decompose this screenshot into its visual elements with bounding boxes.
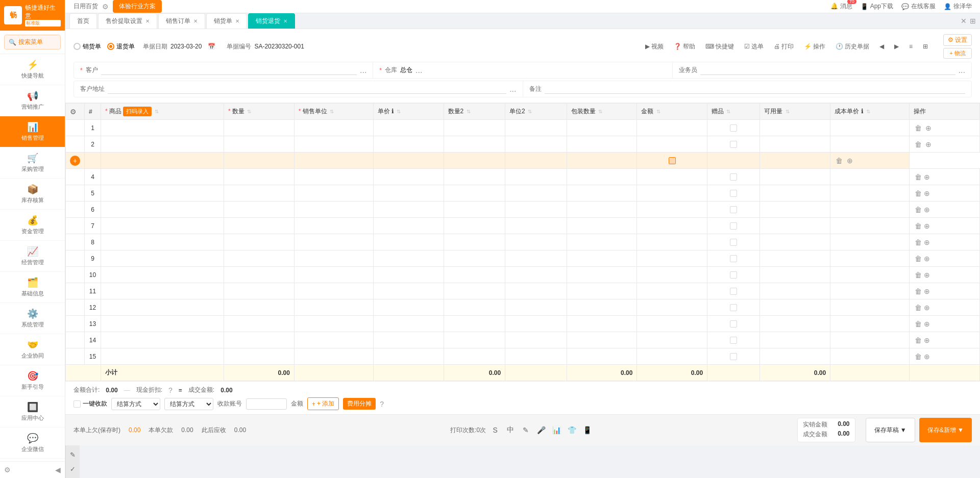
sidebar-settings-button[interactable]: ⚙ (4, 466, 11, 474)
gift-checkbox[interactable] (730, 239, 737, 246)
cost-price-cell[interactable] (830, 136, 910, 153)
split-cost-button[interactable]: 费用分摊 (343, 398, 376, 410)
gift-checkbox[interactable] (730, 222, 737, 230)
header-settings-button[interactable]: ⚙ (102, 3, 109, 11)
tab-price-settings[interactable]: 售价提取设置 ✕ (98, 13, 157, 29)
scan-input-button[interactable]: 扫码录入 (123, 107, 152, 116)
user-menu[interactable]: 👤 徐泽华 (944, 2, 972, 11)
one-click-payment-checkbox[interactable]: 一键收款 (74, 399, 107, 408)
qty-cell[interactable] (101, 153, 224, 169)
copy-row-button[interactable]: ⊕ (846, 156, 854, 166)
table-settings-icon[interactable]: ⚙ (70, 108, 77, 116)
gift-checkbox[interactable] (730, 255, 737, 262)
unit-price-cell[interactable] (373, 136, 444, 153)
pack-qty-sort-icon[interactable]: ⇅ (598, 109, 602, 114)
sidebar-item-finance[interactable]: 💰 资金管理 (0, 210, 65, 241)
account-no-input[interactable] (246, 398, 287, 410)
copy-row-button[interactable]: ⊕ (923, 303, 931, 313)
sidebar-item-base[interactable]: 🗂️ 基础信息 (0, 272, 65, 303)
gift-checkbox[interactable] (669, 157, 676, 164)
address-input[interactable] (108, 84, 506, 94)
online-service-button[interactable]: 💬 在线客服 (901, 2, 936, 11)
cash-discount-help-button[interactable]: ? (168, 386, 173, 394)
available-cell[interactable] (760, 136, 830, 153)
tab-sales-order[interactable]: 销售订单 ✕ (158, 13, 205, 29)
bottom-tool-6[interactable]: 👕 (566, 424, 578, 436)
available-cell[interactable] (760, 120, 830, 136)
save-new-button[interactable]: 保存&新增 ▼ (919, 418, 972, 442)
amount-cell[interactable] (567, 153, 637, 169)
gift-checkbox[interactable] (730, 337, 737, 344)
mini-edit-icon[interactable]: ✎ (68, 449, 78, 460)
save-new-dropdown-icon[interactable]: ▼ (958, 426, 964, 434)
product-cell[interactable] (101, 136, 224, 153)
delete-row-button[interactable]: 🗑 (914, 205, 923, 215)
close-all-tabs-button[interactable]: ✕ (961, 17, 967, 25)
gift-checkbox[interactable] (730, 206, 737, 213)
qty2-cell[interactable] (444, 120, 505, 136)
sidebar-item-quick-nav[interactable]: ⚡ 快捷导航 (0, 54, 65, 85)
delete-row-button[interactable]: 🗑 (914, 319, 923, 329)
row-input[interactable] (89, 157, 96, 164)
help-btn[interactable]: ❓ 帮助 (671, 41, 698, 53)
unit-price-sort-icon[interactable]: ⇅ (397, 109, 401, 114)
copy-row-button[interactable]: ⊕ (924, 123, 933, 133)
gift-checkbox[interactable] (730, 353, 737, 360)
mini-check-icon[interactable]: ✓ (68, 464, 78, 474)
sales-unit-cell[interactable] (224, 153, 295, 169)
qty2-sort-icon[interactable]: ⇅ (467, 109, 471, 114)
unit-price-cell[interactable] (294, 153, 373, 169)
pack-qty-cell[interactable] (567, 136, 637, 153)
delete-row-button[interactable]: 🗑 (914, 335, 923, 345)
unit2-cell[interactable] (505, 136, 567, 153)
amount-sort-icon[interactable]: ⇅ (656, 109, 660, 114)
delete-row-button[interactable]: 🗑 (914, 254, 923, 264)
gift-checkbox[interactable] (730, 320, 737, 328)
bottom-tool-5[interactable]: 📊 (550, 424, 562, 436)
gift-checkbox[interactable] (730, 141, 737, 148)
draft-dropdown-icon[interactable]: ▼ (900, 426, 906, 434)
tab-sales-return-close[interactable]: ✕ (283, 18, 287, 24)
sidebar-item-inventory[interactable]: 📦 库存核算 (0, 179, 65, 210)
delete-row-button[interactable]: 🗑 (914, 139, 923, 149)
unit-price-cell[interactable] (373, 120, 444, 136)
available-sort-icon[interactable]: ⇅ (786, 109, 790, 114)
tabs-menu-button[interactable]: ⊞ (970, 17, 976, 25)
cost-sort-icon[interactable]: ⇅ (866, 109, 870, 114)
sales-unit-sort-icon[interactable]: ⇅ (330, 109, 334, 114)
qty-cell[interactable] (224, 136, 295, 153)
product-cell[interactable] (101, 120, 224, 136)
cost-price-cell[interactable] (760, 153, 830, 169)
select-btn[interactable]: ☑ 选单 (741, 41, 767, 53)
settings-btn[interactable]: ⚙ 设置 (943, 34, 972, 46)
copy-row-button[interactable]: ⊕ (923, 270, 931, 280)
calculate-method-select[interactable]: 结算方式 (164, 398, 213, 410)
delete-row-button[interactable]: 🗑 (914, 123, 923, 133)
bottom-tool-3[interactable]: ✎ (520, 424, 532, 436)
delete-row-button[interactable]: 🗑 (914, 286, 923, 296)
notification-button[interactable]: 🔔 消息 70 (830, 2, 852, 11)
nav-prev-btn[interactable]: ◀ (876, 41, 887, 52)
save-draft-button[interactable]: 保存草稿 ▼ (866, 418, 915, 442)
split-help-button[interactable]: ? (380, 400, 384, 408)
tab-sales-delivery[interactable]: 销货单 ✕ (206, 13, 247, 29)
gift-checkbox[interactable] (730, 271, 737, 279)
address-dots[interactable]: ... (509, 85, 516, 94)
gift-sort-icon[interactable]: ⇅ (726, 109, 730, 114)
sales-unit-cell[interactable] (294, 136, 373, 153)
tab-price-settings-close[interactable]: ✕ (145, 18, 150, 24)
video-btn[interactable]: ▶ 视频 (642, 41, 667, 53)
warehouse-dots[interactable]: ... (415, 66, 422, 75)
copy-row-button[interactable]: ⊕ (923, 188, 931, 198)
delete-row-button[interactable]: 🗑 (914, 237, 923, 247)
unit2-cell[interactable] (505, 120, 567, 136)
copy-row-button[interactable]: ⊕ (923, 205, 931, 215)
sidebar-collapse-button[interactable]: ◀ (55, 466, 61, 474)
tab-sales-order-close[interactable]: ✕ (193, 18, 198, 24)
copy-row-button[interactable]: ⊕ (924, 139, 933, 149)
qty2-cell[interactable] (444, 136, 505, 153)
copy-row-button[interactable]: ⊕ (923, 286, 931, 296)
payment-method-select[interactable]: 结算方式 (111, 398, 160, 410)
customer-input[interactable] (101, 65, 357, 75)
delete-row-button[interactable]: 🗑 (914, 221, 923, 231)
